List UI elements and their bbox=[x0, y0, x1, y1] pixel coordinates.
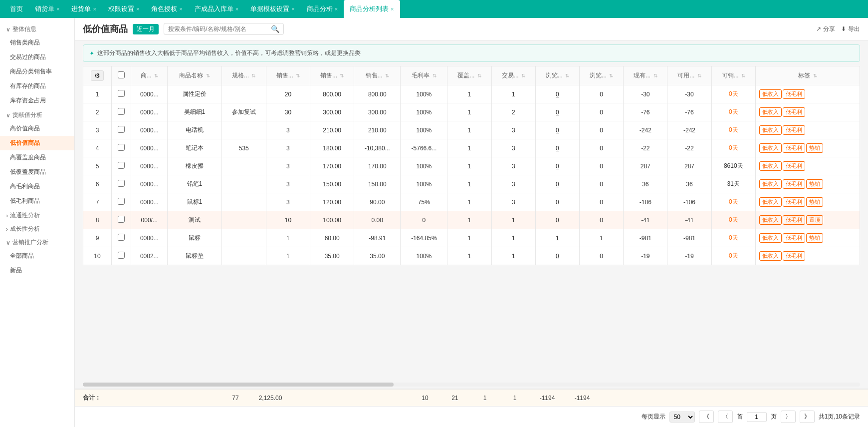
col-gross-rate[interactable]: 毛利率 ⇅ bbox=[401, 66, 447, 85]
col-coverage[interactable]: 覆盖... ⇅ bbox=[447, 66, 491, 85]
browse1-link[interactable]: 1 bbox=[556, 235, 559, 242]
browse1-link[interactable]: 0 bbox=[556, 163, 559, 170]
cell-browse1[interactable]: 0 bbox=[535, 85, 579, 103]
col-stock[interactable]: 现有... ⇅ bbox=[624, 66, 667, 85]
nav-goods-analysis-list[interactable]: 商品分析列表 × bbox=[344, 0, 400, 18]
sidebar-item-high-profit[interactable]: 高毛利商品 bbox=[0, 179, 74, 194]
page-size-select[interactable]: 50 100 200 bbox=[669, 412, 695, 423]
search-icon[interactable]: 🔍 bbox=[271, 25, 279, 33]
scrollbar-thumb[interactable] bbox=[83, 383, 394, 387]
next-page-button[interactable]: 〉 bbox=[781, 411, 796, 423]
col-sales-cost[interactable]: 销售... ⇅ bbox=[354, 66, 401, 85]
sidebar-item-high-value[interactable]: 高价值商品 bbox=[0, 121, 74, 136]
prev-page-button[interactable]: 〈 bbox=[718, 411, 733, 423]
col-spec[interactable]: 规格... ⇅ bbox=[221, 66, 266, 85]
nav-warehouse-close[interactable]: × bbox=[235, 6, 238, 12]
cell-browse1[interactable]: 0 bbox=[535, 247, 579, 265]
time-filter-badge[interactable]: 近一月 bbox=[133, 24, 159, 34]
browse1-link[interactable]: 0 bbox=[556, 253, 559, 260]
first-page-button[interactable]: 《 bbox=[699, 411, 714, 423]
browse1-link[interactable]: 0 bbox=[556, 181, 559, 188]
sidebar-item-low-value[interactable]: 低价值商品 bbox=[0, 136, 74, 150]
cell-checkbox[interactable] bbox=[111, 85, 131, 103]
cell-browse1[interactable]: 0 bbox=[535, 175, 579, 193]
nav-permission-close[interactable]: × bbox=[136, 6, 139, 12]
browse1-link[interactable]: 0 bbox=[556, 127, 559, 134]
cell-checkbox[interactable] bbox=[111, 193, 131, 211]
sidebar-item-new-goods[interactable]: 新品 bbox=[0, 263, 74, 278]
col-sales-qty[interactable]: 销售... ⇅ bbox=[266, 66, 310, 85]
nav-goods-analysis-close[interactable]: × bbox=[335, 6, 338, 12]
col-available[interactable]: 可用... ⇅ bbox=[667, 66, 711, 85]
sidebar-item-low-profit[interactable]: 低毛利商品 bbox=[0, 194, 74, 208]
row-checkbox[interactable] bbox=[118, 252, 125, 259]
sidebar-item-low-coverage[interactable]: 低覆盖度商品 bbox=[0, 165, 74, 179]
nav-template[interactable]: 单据模板设置 × bbox=[244, 0, 300, 18]
select-all-checkbox[interactable] bbox=[118, 71, 125, 78]
last-page-button[interactable]: 》 bbox=[800, 411, 815, 423]
col-tags[interactable]: 标签 ⇅ bbox=[755, 66, 860, 85]
settings-button[interactable]: ⚙ bbox=[91, 70, 104, 81]
sidebar-item-high-coverage[interactable]: 高覆盖度商品 bbox=[0, 150, 74, 165]
sidebar-item-capital[interactable]: 库存资金占用 bbox=[0, 93, 74, 108]
nav-purchase[interactable]: 进货单 × bbox=[65, 0, 102, 18]
row-checkbox[interactable] bbox=[118, 234, 125, 241]
cell-checkbox[interactable] bbox=[111, 103, 131, 121]
nav-sales[interactable]: 销货单 × bbox=[29, 0, 65, 18]
sidebar-section-flow[interactable]: › 流通性分析 bbox=[0, 208, 74, 222]
col-code[interactable]: 商... ⇅ bbox=[131, 66, 168, 85]
sidebar-section-marketing[interactable]: ∨ 营销推广分析 bbox=[0, 235, 74, 249]
browse1-link[interactable]: 0 bbox=[556, 217, 559, 224]
col-browse2[interactable]: 浏览... ⇅ bbox=[580, 66, 624, 85]
cell-checkbox[interactable] bbox=[111, 139, 131, 157]
nav-goods-analysis[interactable]: 商品分析 × bbox=[301, 0, 344, 18]
col-trade[interactable]: 交易... ⇅ bbox=[491, 66, 535, 85]
current-page-input[interactable] bbox=[747, 412, 767, 422]
col-settings[interactable]: ⚙ bbox=[83, 66, 112, 85]
horizontal-scrollbar[interactable] bbox=[83, 383, 860, 387]
cell-checkbox[interactable] bbox=[111, 157, 131, 175]
sidebar-item-sales-goods[interactable]: 销售类商品 bbox=[0, 35, 74, 50]
nav-warehouse[interactable]: 产成品入库单 × bbox=[189, 0, 244, 18]
sidebar-item-stock-goods[interactable]: 有库存的商品 bbox=[0, 79, 74, 93]
row-checkbox[interactable] bbox=[118, 198, 125, 205]
nav-role[interactable]: 角色授权 × bbox=[145, 0, 188, 18]
share-button[interactable]: ↗ 分享 bbox=[816, 25, 835, 33]
col-sales-amt[interactable]: 销售... ⇅ bbox=[310, 66, 354, 85]
nav-home[interactable]: 首页 bbox=[4, 0, 29, 18]
cell-checkbox[interactable] bbox=[111, 229, 131, 247]
cell-checkbox[interactable] bbox=[111, 247, 131, 265]
col-salable[interactable]: 可销... ⇅ bbox=[711, 66, 755, 85]
nav-permission[interactable]: 权限设置 × bbox=[102, 0, 145, 18]
cell-browse1[interactable]: 0 bbox=[535, 139, 579, 157]
sidebar-section-overall[interactable]: ∨ 整体信息 bbox=[0, 22, 74, 35]
row-checkbox[interactable] bbox=[118, 144, 125, 151]
nav-template-close[interactable]: × bbox=[291, 6, 294, 12]
sidebar-section-growth[interactable]: › 成长性分析 bbox=[0, 222, 74, 235]
browse1-link[interactable]: 0 bbox=[556, 145, 559, 152]
search-input[interactable] bbox=[168, 25, 268, 32]
cell-browse1[interactable]: 1 bbox=[535, 229, 579, 247]
cell-checkbox[interactable] bbox=[111, 121, 131, 139]
browse1-link[interactable]: 0 bbox=[556, 109, 559, 116]
cell-browse1[interactable]: 0 bbox=[535, 121, 579, 139]
cell-browse1[interactable]: 0 bbox=[535, 193, 579, 211]
row-checkbox[interactable] bbox=[118, 90, 125, 97]
cell-checkbox[interactable] bbox=[111, 175, 131, 193]
nav-sales-close[interactable]: × bbox=[56, 6, 59, 12]
col-checkbox[interactable] bbox=[111, 66, 131, 85]
browse1-link[interactable]: 0 bbox=[556, 199, 559, 206]
sidebar-item-all-goods[interactable]: 全部商品 bbox=[0, 249, 74, 263]
cell-browse1[interactable]: 0 bbox=[535, 103, 579, 121]
nav-purchase-close[interactable]: × bbox=[93, 6, 96, 12]
browse1-link[interactable]: 0 bbox=[556, 91, 559, 98]
cell-browse1[interactable]: 0 bbox=[535, 157, 579, 175]
col-name[interactable]: 商品名称 ⇅ bbox=[168, 66, 222, 85]
row-checkbox[interactable] bbox=[118, 126, 125, 133]
row-checkbox[interactable] bbox=[118, 216, 125, 223]
sidebar-item-traded-goods[interactable]: 交易过的商品 bbox=[0, 50, 74, 64]
row-checkbox[interactable] bbox=[118, 108, 125, 115]
nav-goods-list-close[interactable]: × bbox=[391, 6, 394, 12]
nav-role-close[interactable]: × bbox=[179, 6, 182, 12]
sidebar-section-contribution[interactable]: ∨ 贡献值分析 bbox=[0, 108, 74, 121]
